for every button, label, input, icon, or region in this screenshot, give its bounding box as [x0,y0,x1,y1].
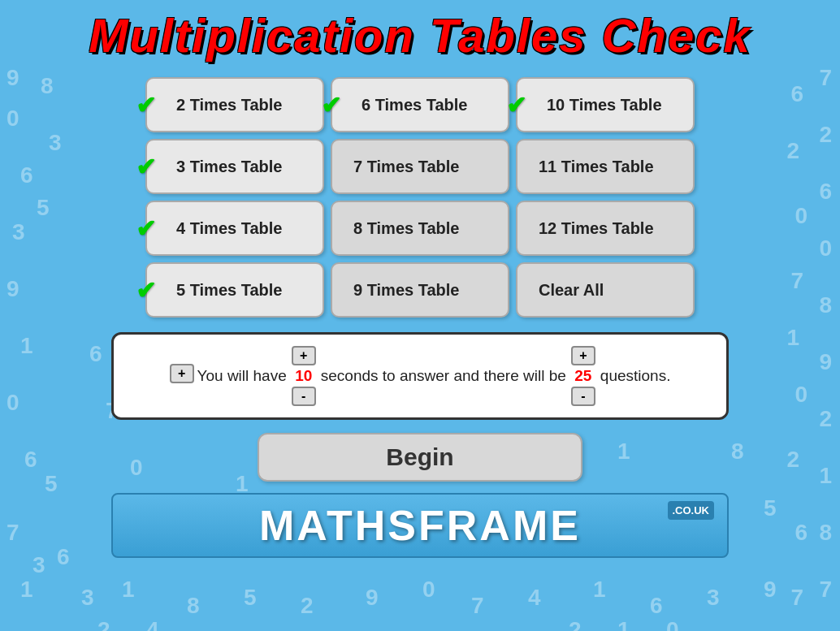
questions-plus-btn[interactable]: + [571,346,595,365]
table-btn-label-t11: 11 Times Table [539,158,654,176]
logo-bar: MATHSFRAME .CO.UK [111,493,729,558]
tables-grid: ✔2 Times Table✔6 Times Table✔10 Times Ta… [145,77,695,318]
table-btn-t11[interactable]: 11 Times Table [516,139,695,194]
seconds-value: 10 [295,367,312,385]
table-btn-label-t10: 10 Times Table [547,96,662,115]
settings-bar: + You will have + 10 - seconds to answer… [111,332,729,420]
table-btn-t10[interactable]: ✔10 Times Table [516,77,695,132]
table-btn-t7[interactable]: 7 Times Table [331,139,509,194]
logo-couk: .CO.UK [668,501,715,520]
table-btn-clearall[interactable]: Clear All [516,262,695,318]
table-btn-t12[interactable]: 12 Times Table [516,201,695,256]
seconds-plus-button[interactable]: + [170,364,194,383]
table-btn-label-t2: 2 Times Table [176,96,282,115]
checkmark-icon-t5: ✔ [136,276,156,305]
seconds-minus-btn[interactable]: - [292,387,316,406]
page-title: Multiplication Tables Check [89,8,751,63]
table-btn-t9[interactable]: 9 Times Table [331,262,509,318]
checkmark-icon-t3: ✔ [136,153,156,181]
begin-button[interactable]: Begin [258,433,582,482]
table-btn-t4[interactable]: ✔4 Times Table [145,201,324,256]
checkmark-icon-t6: ✔ [321,91,341,119]
logo-text: MATHSFRAME [259,501,581,550]
checkmark-icon-t10: ✔ [506,91,526,119]
table-btn-label-t6: 6 Times Table [362,96,467,115]
table-btn-label-t12: 12 Times Table [539,219,654,238]
table-btn-t2[interactable]: ✔2 Times Table [145,77,324,132]
table-btn-label-t3: 3 Times Table [176,158,282,176]
checkmark-icon-t4: ✔ [136,214,156,243]
table-btn-t3[interactable]: ✔3 Times Table [145,139,324,194]
table-btn-t6[interactable]: ✔6 Times Table [331,77,509,132]
settings-text-after-questions: questions. [600,367,671,385]
table-btn-t5[interactable]: ✔5 Times Table [145,262,324,318]
questions-value: 25 [574,367,591,385]
settings-text-after-seconds: seconds to answer and there will be [321,367,566,385]
settings-text-before-seconds: You will have [197,367,287,385]
questions-minus-btn[interactable]: - [571,387,595,406]
table-btn-label-t7: 7 Times Table [353,158,459,176]
table-btn-t8[interactable]: 8 Times Table [331,201,509,256]
table-btn-label-t8: 8 Times Table [353,219,459,238]
table-btn-label-t5: 5 Times Table [176,281,282,300]
table-btn-label-t9: 9 Times Table [353,281,459,300]
checkmark-icon-t2: ✔ [136,91,156,119]
table-btn-label-clearall: Clear All [539,281,604,300]
seconds-plus-btn[interactable]: + [292,346,316,365]
table-btn-label-t4: 4 Times Table [176,219,282,238]
